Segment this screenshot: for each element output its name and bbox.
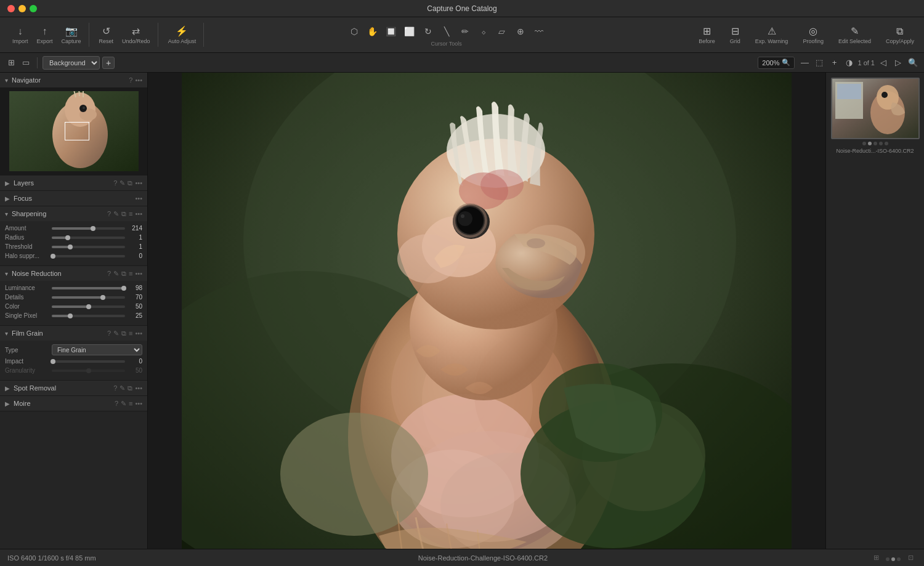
image-canvas[interactable]: [148, 73, 825, 549]
spot-removal-header[interactable]: ▶ Spot Removal ? ✎ ⧉ •••: [0, 381, 147, 395]
zoom-tool[interactable]: 🔲: [383, 23, 399, 39]
heal-tool[interactable]: ⬦: [476, 23, 492, 39]
singlepixel-slider[interactable]: [52, 315, 125, 317]
layers-more-icon[interactable]: •••: [135, 179, 142, 187]
crop-tool[interactable]: ⬜: [402, 23, 418, 39]
fg-help-icon[interactable]: ?: [107, 329, 111, 338]
sr-edit-icon[interactable]: ✎: [120, 384, 125, 392]
fg-more-icon[interactable]: •••: [135, 329, 142, 338]
film-grain-header[interactable]: ▾ Film Grain ? ✎ ⧉ ≡ •••: [0, 326, 147, 341]
nr-edit-icon[interactable]: ✎: [113, 270, 119, 278]
layers-header[interactable]: ▶ Layers ? ✎ ⧉ •••: [0, 176, 147, 190]
navigator-header[interactable]: ▾ Navigator ? •••: [0, 73, 147, 87]
zoom-plus-button[interactable]: +: [828, 57, 840, 69]
threshold-slider[interactable]: [52, 246, 125, 248]
radius-value: 1: [128, 234, 142, 241]
status-expand-icon[interactable]: ⊡: [904, 552, 917, 564]
layers-help-icon[interactable]: ?: [113, 179, 117, 187]
filmstrip-thumbnail[interactable]: [831, 78, 920, 139]
fg-type-select[interactable]: Fine Grain: [52, 344, 142, 355]
halo-slider[interactable]: [52, 255, 125, 257]
before-button[interactable]: ⊞ Before: [694, 23, 720, 47]
fg-edit-icon[interactable]: ✎: [113, 329, 119, 338]
undoredo-icon: ⇄: [132, 25, 140, 37]
straighten-tool[interactable]: ╲: [439, 23, 455, 39]
autoadjust-button[interactable]: ⚡ Auto Adjust: [164, 23, 200, 47]
bird-svg: [182, 73, 792, 549]
exp-warning-button[interactable]: ⚠ Exp. Warning: [750, 23, 793, 47]
sr-more-icon[interactable]: •••: [135, 384, 142, 392]
status-grid-icon[interactable]: ⊞: [870, 552, 882, 564]
minimize-button[interactable]: [18, 5, 26, 12]
nr-list-icon[interactable]: ≡: [129, 270, 132, 278]
proofing-button[interactable]: ◎ Proofing: [798, 23, 829, 47]
impact-slider[interactable]: [52, 360, 125, 363]
sr-help-icon[interactable]: ?: [113, 384, 117, 392]
fg-list-icon[interactable]: ≡: [129, 329, 132, 338]
capture-button[interactable]: 📷 Capture: [58, 23, 85, 47]
focus-header[interactable]: ▶ Focus •••: [0, 191, 147, 206]
sharpening-list-icon[interactable]: ≡: [129, 210, 132, 218]
moire-header[interactable]: ▶ Moire ? ✎ ≡ •••: [0, 396, 147, 411]
gradient-tool[interactable]: ▱: [494, 23, 510, 39]
brush-tool[interactable]: ✏: [457, 23, 473, 39]
fg-impact-row: Impact 0: [5, 358, 142, 365]
sharpening-help-icon[interactable]: ?: [107, 210, 111, 218]
sharpening-copy-icon[interactable]: ⧉: [121, 210, 126, 218]
filmstrip-dot-3: [873, 142, 877, 145]
sr-copy-icon[interactable]: ⧉: [128, 384, 132, 392]
prev-image-button[interactable]: ◁: [877, 57, 890, 69]
radius-slider[interactable]: [52, 237, 125, 239]
navigator-help-icon[interactable]: ?: [129, 76, 132, 84]
moire-more-icon[interactable]: •••: [135, 400, 142, 408]
pan-tool[interactable]: ✋: [365, 23, 381, 39]
view-toggle-icon[interactable]: ◑: [843, 57, 855, 69]
search-image-button[interactable]: 🔍: [907, 57, 919, 69]
sharpening-more-icon[interactable]: •••: [135, 210, 142, 218]
selection-tool[interactable]: ⬡: [346, 23, 362, 39]
annotate-tool[interactable]: 〰: [531, 23, 547, 39]
moire-list-icon[interactable]: ≡: [129, 400, 132, 408]
luminance-slider[interactable]: [52, 287, 125, 289]
layers-copy-icon[interactable]: ⧉: [128, 179, 132, 187]
undoredo-button[interactable]: ⇄ Undo/Redo: [118, 23, 154, 47]
layer-select[interactable]: Background: [43, 56, 100, 70]
toolbar2-right: 200% 🔍 — ⬚ + ◑ 1 of 1 ◁ ▷ 🔍: [758, 57, 919, 69]
moire-help-icon[interactable]: ?: [115, 400, 118, 408]
zoom-minus-button[interactable]: —: [798, 57, 811, 69]
details-slider[interactable]: [52, 296, 125, 299]
eyedropper-tool[interactable]: ⊕: [513, 23, 529, 39]
edit-selected-icon: ✎: [851, 25, 859, 37]
details-fill: [52, 296, 103, 299]
reset-button[interactable]: ↺ Reset: [95, 23, 118, 47]
rotate-tool[interactable]: ↻: [420, 23, 436, 39]
navigator-arrow: ▾: [5, 77, 8, 84]
export-button[interactable]: ↑ Export: [33, 23, 57, 47]
edit-selected-button[interactable]: ✎ Edit Selected: [833, 23, 876, 47]
sharpening-arrow: ▾: [5, 211, 8, 217]
sharpening-edit-icon[interactable]: ✎: [113, 210, 119, 218]
maximize-button[interactable]: [30, 5, 37, 12]
single-view-icon[interactable]: ▭: [20, 57, 32, 69]
layers-edit-icon[interactable]: ✎: [120, 179, 125, 187]
color-slider[interactable]: [52, 305, 125, 308]
nr-more-icon[interactable]: •••: [135, 270, 142, 278]
nr-copy-icon[interactable]: ⧉: [121, 270, 126, 278]
grid-button[interactable]: ⊟ Grid: [725, 23, 745, 47]
next-image-button[interactable]: ▷: [892, 57, 904, 69]
amount-slider[interactable]: [52, 227, 125, 230]
grid-view-icon[interactable]: ⊞: [5, 57, 17, 69]
copy-apply-button[interactable]: ⧉ Copy/Apply: [881, 23, 919, 47]
focus-more-icon[interactable]: •••: [135, 195, 142, 202]
zoom-fit-button[interactable]: ⬚: [813, 57, 825, 69]
add-layer-button[interactable]: +: [102, 57, 115, 69]
noise-reduction-header[interactable]: ▾ Noise Reduction ? ✎ ⧉ ≡ •••: [0, 266, 147, 281]
navigator-more-icon[interactable]: •••: [135, 76, 142, 84]
moire-edit-icon[interactable]: ✎: [121, 400, 126, 408]
nr-help-icon[interactable]: ?: [107, 270, 111, 278]
fg-arrow: ▾: [5, 330, 8, 337]
close-button[interactable]: [7, 5, 15, 12]
import-button[interactable]: ↓ Import: [9, 23, 32, 47]
sharpening-header[interactable]: ▾ Sharpening ? ✎ ⧉ ≡ •••: [0, 206, 147, 221]
fg-copy-icon[interactable]: ⧉: [121, 329, 126, 338]
